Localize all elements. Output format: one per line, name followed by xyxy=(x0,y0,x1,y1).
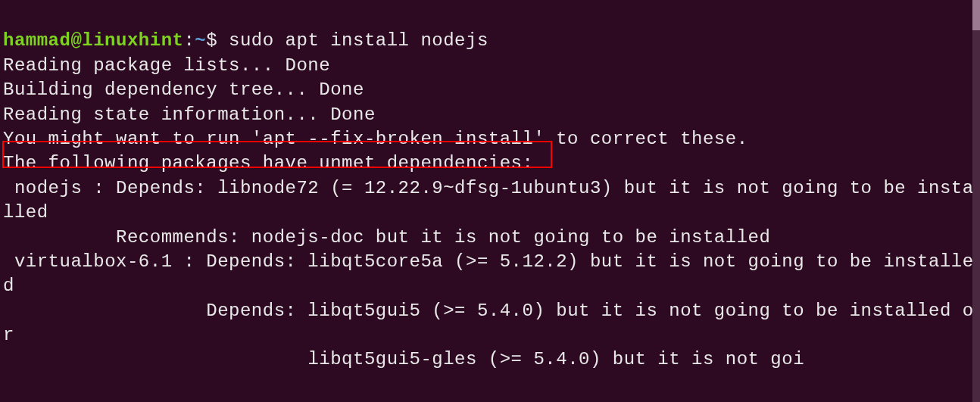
terminal-window[interactable]: hammad@linuxhint:~$ sudo apt install nod… xyxy=(3,5,977,372)
output-dependency-line: Depends: libqt5gui5 (>= 5.4.0) but it is… xyxy=(3,301,974,345)
output-line: Reading package lists... Done xyxy=(3,55,330,76)
output-dependency-line: libqt5gui5-gles (>= 5.4.0) but it is not… xyxy=(3,349,804,369)
scrollbar-track[interactable] xyxy=(972,0,980,402)
terminal-prompt: hammad@linuxhint:~$ xyxy=(3,30,217,51)
output-line: You might want to run 'apt --fix-broken … xyxy=(3,129,748,149)
output-line: Reading state information... Done xyxy=(3,104,376,125)
prompt-user-host: hammad@linuxhint xyxy=(3,30,183,51)
output-unmet-deps-header: The following packages have unmet depend… xyxy=(3,153,533,173)
output-dependency-line: nodejs : Depends: libnode72 (= 12.22.9~d… xyxy=(3,178,974,223)
output-dependency-line: virtualbox-6.1 : Depends: libqt5core5a (… xyxy=(3,251,974,296)
command-input: sudo apt install nodejs xyxy=(229,30,488,51)
output-dependency-line: Recommends: nodejs-doc but it is not goi… xyxy=(3,227,770,248)
output-line: Building dependency tree... Done xyxy=(3,79,364,100)
prompt-separator: : xyxy=(183,30,195,51)
scrollbar-thumb[interactable] xyxy=(972,0,980,30)
prompt-symbol: $ xyxy=(206,30,217,51)
prompt-path: ~ xyxy=(195,30,206,51)
